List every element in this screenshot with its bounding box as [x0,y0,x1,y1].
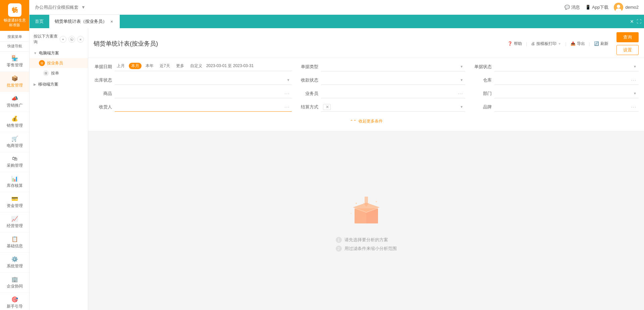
left-panel-tree: ▼ 电脑端方案 按 按业务员 按 按单 ▶ 移动端方案 [30,47,88,91]
query-button[interactable]: 查询 [616,32,639,42]
sidebar-item-system[interactable]: ⚙️ 系统管理 [0,253,29,273]
sidebar-item-business[interactable]: 📈 经营管理 [0,212,29,232]
sidebar-item-sales[interactable]: 💰 销售管理 [0,112,29,132]
date-tab-this-year[interactable]: 本年 [144,62,156,69]
breadcrumb-dropdown-icon[interactable]: ▼ [81,5,86,10]
payment-dropdown[interactable]: ✕ ▼ [321,102,465,112]
breadcrumb-text[interactable]: 办公用品行业模拟账套 [35,4,78,10]
message-button[interactable]: 💬 消息 [565,4,580,10]
add-scheme-button[interactable]: + [60,36,66,43]
status-chevron-icon: ▼ [633,65,637,68]
pc-scheme-header[interactable]: ▼ 电脑端方案 [30,48,88,58]
edit-scheme-button[interactable]: ✎ [68,36,75,43]
brand-input[interactable]: ··· [494,102,639,112]
filter-status: 单据状态 ▼ [473,62,639,71]
sidebar-item-marketing[interactable]: 📣 营销推广 [0,92,29,112]
left-panel-title: 按以下方案查询 [34,34,60,45]
scheme-order-icon: 按 [43,70,49,76]
tab-close-all-icon[interactable]: ✕ [630,19,634,24]
filter-warehouse: 仓库 ··· [473,75,639,85]
avatar [614,3,623,12]
tab-report[interactable]: 销货单统计表（按业务员） ✕ [49,15,120,28]
collect-status-dropdown[interactable]: ▼ [321,75,465,85]
help-button[interactable]: ❓ 帮助 [507,41,522,47]
sidebar-item-enterprise[interactable]: 🏢 企业协同 [0,273,29,293]
warehouse-input[interactable]: ··· [494,75,639,85]
sidebar-item-purchase[interactable]: 🛍 采购管理 [0,152,29,172]
sales-icon: 💰 [11,115,18,122]
date-tab-custom[interactable]: 自定义 [188,62,204,69]
sep2: | [565,41,566,46]
scheme-by-order[interactable]: 按 按单 [30,68,88,78]
goods-input[interactable]: ··· [115,89,292,98]
date-tab-7days[interactable]: 近7天 [158,62,172,69]
sidebar-item-inventory[interactable]: 📊 库存核算 [0,172,29,192]
sidebar-item-newbie[interactable]: 🎯 新手引导 [0,293,29,310]
out-status-dropdown[interactable]: ▼ [115,75,292,85]
scheme-salesperson-icon: 按 [39,60,45,66]
sidebar-item-ecommerce[interactable]: 🛒 电商管理 [0,132,29,152]
tab-home[interactable]: 首页 [30,15,49,28]
collect-status-chevron-icon: ▼ [460,78,463,82]
logo-icon: 畅 [8,3,21,17]
out-status-label: 出库状态 [94,77,112,83]
warehouse-more-icon[interactable]: ··· [631,78,637,83]
empty-tip-2: 2 用过滤条件来缩小分析范围 [336,246,397,252]
user-profile[interactable]: demo2 [614,3,639,12]
tab-fullscreen-icon[interactable]: ⛶ [637,19,641,24]
app-download-button[interactable]: 📱 App下载 [585,4,608,10]
sidebar-item-search[interactable]: 搜索菜单 [0,31,29,42]
dept-dropdown[interactable]: ▼ [494,89,639,98]
collect-status-label: 收款状态 [300,77,318,83]
sidebar-item-shortcut[interactable]: 快捷导航 [0,42,29,52]
left-panel: 按以下方案查询 + ✎ « ▼ 电脑端方案 按 [30,28,88,310]
sidebar-item-retail[interactable]: 🏪 零售管理 [0,52,29,72]
tab-close-button[interactable]: ✕ [109,19,114,24]
settings-button[interactable]: 设置 [616,45,639,55]
type-label: 单据类型 [300,64,318,70]
sidebar-item-finance[interactable]: 💳 资金管理 [0,192,29,212]
sidebar-item-basic[interactable]: 📋 基础信息 [0,232,29,253]
sidebar-item-wholesale[interactable]: 📦 批发管理 [0,72,29,92]
date-tab-this-month[interactable]: 本月 [129,63,142,69]
collapse-button[interactable]: ⌃⌃ 收起更多条件 [94,116,639,127]
refresh-button[interactable]: 🔄 刷新 [594,41,608,47]
goods-label: 商品 [94,91,112,97]
date-filter-control[interactable]: 上月 本月 本年 近7天 更多 自定义 2023-03-01 至 2023-03… [115,62,292,71]
filter-out-status: 出库状态 ▼ [94,75,292,85]
export-button[interactable]: 📤 导出 [571,41,585,47]
status-dropdown[interactable]: ▼ [494,62,639,71]
filter-brand: 品牌 ··· [473,102,639,112]
inventory-icon: 📊 [11,175,18,182]
system-icon: ⚙️ [11,256,18,262]
payment-label: 结算方式 [300,104,318,110]
filter-row-4: 收货人 ··· 结算方式 ✕ [94,102,639,112]
scheme-by-salesperson[interactable]: 按 按业务员 [30,58,88,68]
receiver-more-icon[interactable]: ··· [284,105,290,109]
type-dropdown[interactable]: ▼ [321,62,465,71]
retail-icon: 🏪 [11,55,18,61]
salesperson-input[interactable]: ··· [321,89,465,98]
collapse-panel-button[interactable]: « [77,36,84,43]
mobile-scheme-header[interactable]: ▶ 移动端方案 [30,80,88,89]
salesperson-more-icon[interactable]: ··· [458,91,463,96]
date-tab-last-month[interactable]: 上月 [115,62,127,69]
brand-label: 品牌 [473,104,492,110]
sidebar-menu: 🏪 零售管理 📦 批发管理 📣 营销推广 💰 销售管理 🛒 电商管理 🛍 采购管… [0,52,29,310]
payment-tag-close[interactable]: ✕ [326,105,329,109]
goods-more-icon[interactable]: ··· [284,91,290,96]
app-logo[interactable]: 畅 畅捷通好生意 标准版 [0,0,29,31]
filter-date: 单据日期 上月 本月 本年 近7天 更多 自定义 2023-03-01 至 20… [94,62,292,71]
user-name[interactable]: demo2 [625,5,639,10]
right-panel: 销货单统计表(按业务员) ❓ 帮助 | 🖨 按模板打印 ▼ | 📤 [88,28,644,310]
date-tab-more[interactable]: 更多 [174,62,186,69]
svg-point-6 [356,203,357,204]
svg-point-1 [617,5,620,8]
filter-goods: 商品 ··· [94,89,292,98]
receiver-input[interactable]: ··· [115,102,292,112]
brand-more-icon[interactable]: ··· [631,105,637,109]
newbie-icon: 🎯 [11,296,18,303]
print-button[interactable]: 🖨 按模板打印 ▼ [531,41,561,47]
left-panel-icons: + ✎ « [60,36,84,43]
empty-state: 1 请先选择要分析的方案 2 用过滤条件来缩小分析范围 [88,131,644,310]
